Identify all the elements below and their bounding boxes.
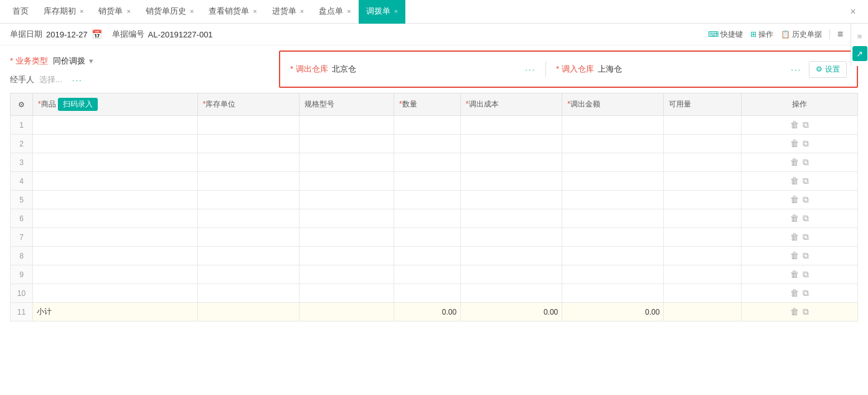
- copy-row-icon[interactable]: ⧉: [803, 213, 809, 223]
- side-expand-btn[interactable]: ↗: [852, 46, 867, 61]
- cell-cost[interactable]: [461, 116, 562, 135]
- tab-view-sales[interactable]: 查看销货单 ×: [201, 0, 264, 24]
- cell-available[interactable]: [664, 191, 741, 209]
- copy-row-icon[interactable]: ⧉: [803, 157, 809, 167]
- cell-available[interactable]: [664, 135, 741, 153]
- tab-sales-history[interactable]: 销货单历史 ×: [138, 0, 201, 24]
- cell-available[interactable]: [664, 209, 741, 228]
- cell-product[interactable]: [33, 228, 198, 247]
- tab-inventory-open[interactable]: 库存期初 ×: [36, 0, 91, 24]
- cell-unit[interactable]: [197, 209, 299, 228]
- tab-sales-history-close[interactable]: ×: [190, 7, 194, 15]
- cell-unit[interactable]: [197, 228, 299, 247]
- cell-unit[interactable]: [197, 191, 299, 209]
- cell-amount[interactable]: [562, 284, 664, 303]
- cell-amount[interactable]: [562, 172, 664, 191]
- list-view-btn[interactable]: ≡: [837, 29, 843, 40]
- cell-available[interactable]: [664, 303, 741, 321]
- copy-row-icon[interactable]: ⧉: [803, 269, 809, 279]
- copy-row-icon[interactable]: ⧉: [803, 194, 809, 204]
- cell-amount[interactable]: [562, 265, 664, 284]
- biz-type-select[interactable]: 同价调拨 ▼: [53, 55, 271, 67]
- cell-amount[interactable]: [562, 228, 664, 247]
- cell-available[interactable]: [664, 228, 741, 247]
- delete-row-icon[interactable]: 🗑: [790, 176, 799, 186]
- cell-cost[interactable]: [461, 209, 562, 228]
- settings-button[interactable]: ⚙ 设置: [809, 61, 847, 78]
- cell-product[interactable]: [33, 172, 198, 191]
- cell-spec[interactable]: [299, 247, 394, 265]
- table-gear-icon[interactable]: ⚙: [18, 100, 25, 109]
- delete-row-icon[interactable]: 🗑: [790, 307, 799, 316]
- cell-spec[interactable]: [299, 135, 394, 153]
- shortcut-btn[interactable]: ⌨ 快捷键: [708, 29, 743, 40]
- cell-available[interactable]: [664, 265, 741, 284]
- calendar-icon[interactable]: 📅: [92, 29, 102, 39]
- cell-spec[interactable]: [299, 228, 394, 247]
- cell-amount[interactable]: [562, 153, 664, 172]
- cell-unit[interactable]: [197, 153, 299, 172]
- cell-cost[interactable]: [461, 135, 562, 153]
- cell-quantity[interactable]: [394, 209, 461, 228]
- cell-cost[interactable]: [461, 284, 562, 303]
- scan-button[interactable]: 扫码录入: [58, 98, 98, 111]
- tab-sales-order-close[interactable]: ×: [126, 7, 130, 15]
- cell-quantity[interactable]: [394, 265, 461, 284]
- tab-sales-order[interactable]: 销货单 ×: [91, 0, 138, 24]
- cell-amount[interactable]: [562, 135, 664, 153]
- cell-spec[interactable]: [299, 153, 394, 172]
- cell-spec[interactable]: [299, 303, 394, 321]
- cell-spec[interactable]: [299, 284, 394, 303]
- cell-quantity[interactable]: [394, 247, 461, 265]
- cell-product[interactable]: [33, 247, 198, 265]
- tab-transfer-order[interactable]: 调拨单 ×: [359, 0, 405, 24]
- cell-cost[interactable]: [461, 228, 562, 247]
- cell-unit[interactable]: [197, 303, 299, 321]
- cell-spec[interactable]: [299, 191, 394, 209]
- person-more-icon[interactable]: ···: [72, 75, 83, 85]
- delete-row-icon[interactable]: 🗑: [790, 194, 799, 204]
- cell-cost[interactable]: [461, 172, 562, 191]
- cell-cost[interactable]: [461, 153, 562, 172]
- warehouse-out-more-icon[interactable]: ···: [525, 65, 535, 74]
- cell-quantity[interactable]: [394, 191, 461, 209]
- delete-row-icon[interactable]: 🗑: [790, 157, 799, 167]
- history-btn[interactable]: 📋 历史单据: [781, 29, 822, 40]
- cell-amount[interactable]: [562, 247, 664, 265]
- tab-inventory-open-close[interactable]: ×: [80, 7, 83, 15]
- cell-quantity[interactable]: [394, 172, 461, 191]
- cell-unit[interactable]: [197, 265, 299, 284]
- copy-row-icon[interactable]: ⧉: [803, 232, 809, 242]
- cell-quantity[interactable]: [394, 135, 461, 153]
- tab-purchase-order-close[interactable]: ×: [300, 7, 304, 15]
- delete-row-icon[interactable]: 🗑: [790, 138, 799, 148]
- cell-quantity[interactable]: 0.00: [394, 303, 461, 321]
- cell-quantity[interactable]: [394, 228, 461, 247]
- cell-quantity[interactable]: [394, 116, 461, 135]
- cell-product[interactable]: [33, 265, 198, 284]
- cell-product[interactable]: [33, 284, 198, 303]
- cell-available[interactable]: [664, 172, 741, 191]
- side-list-btn[interactable]: ≡: [852, 29, 867, 44]
- cell-unit[interactable]: [197, 135, 299, 153]
- copy-row-icon[interactable]: ⧉: [803, 176, 809, 186]
- tab-home[interactable]: 首页: [5, 0, 36, 24]
- cell-spec[interactable]: [299, 209, 394, 228]
- cell-product[interactable]: [33, 209, 198, 228]
- delete-row-icon[interactable]: 🗑: [790, 250, 799, 260]
- cell-quantity[interactable]: [394, 153, 461, 172]
- cell-amount[interactable]: 0.00: [562, 303, 664, 321]
- warehouse-in-more-icon[interactable]: ···: [791, 65, 801, 74]
- cell-cost[interactable]: [461, 191, 562, 209]
- window-close-button[interactable]: ×: [843, 2, 863, 22]
- cell-available[interactable]: [664, 247, 741, 265]
- cell-cost[interactable]: [461, 265, 562, 284]
- cell-unit[interactable]: [197, 116, 299, 135]
- cell-product[interactable]: [33, 191, 198, 209]
- cell-quantity[interactable]: [394, 284, 461, 303]
- copy-row-icon[interactable]: ⧉: [803, 138, 809, 148]
- cell-amount[interactable]: [562, 209, 664, 228]
- person-placeholder[interactable]: 选择...: [39, 74, 62, 85]
- cell-spec[interactable]: [299, 172, 394, 191]
- cell-product[interactable]: 小计: [33, 303, 198, 321]
